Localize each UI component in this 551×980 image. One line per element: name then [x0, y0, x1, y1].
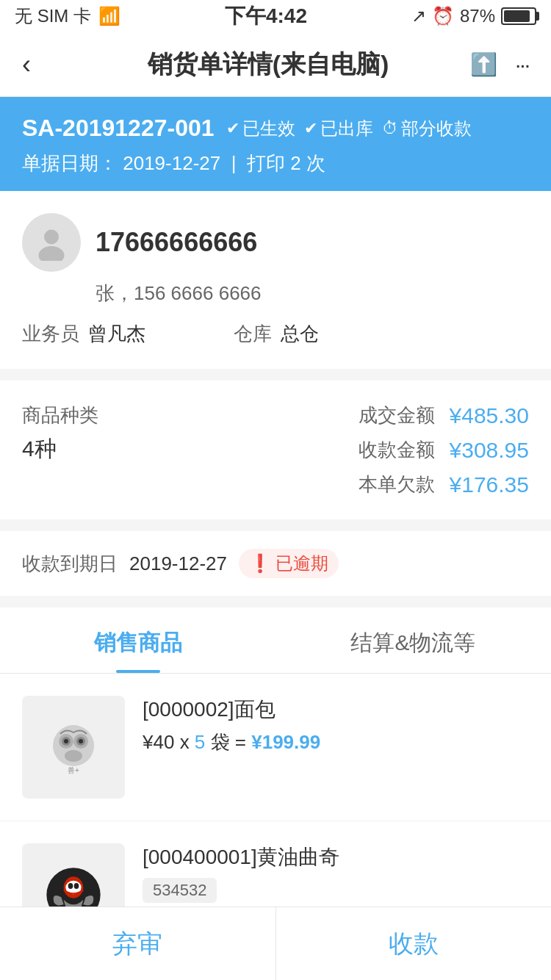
battery-fill [504, 10, 530, 22]
wifi-icon: 📶 [98, 6, 120, 26]
bottom-bar: 弃审 收款 [0, 907, 551, 980]
tab-products[interactable]: 销售商品 [0, 608, 276, 673]
date-line: 单据日期： 2019-12-27 | 打印 2 次 [22, 151, 529, 176]
badge-partial: ⏱ 部分收款 [382, 117, 472, 140]
check-icon-2: ✔ [304, 119, 317, 138]
badge-active: ✔ 已生效 [226, 117, 295, 140]
customer-name: 17666666666 [96, 227, 257, 258]
status-right: ↗ ⏰ 87% [411, 6, 536, 26]
warehouse-meta: 仓库 总仓 [234, 321, 319, 347]
svg-point-8 [79, 739, 83, 743]
location-icon: ↗ [411, 6, 426, 26]
clock-icon: ⏱ [382, 119, 398, 138]
share-icon[interactable]: ⬆️ [470, 51, 497, 77]
product-info-1: [0000002]面包 ¥40 x 5 袋 = ¥199.99 [143, 696, 529, 799]
tab-settlement[interactable]: 结算&物流等 [276, 608, 551, 673]
warehouse-label: 仓库 [234, 321, 272, 347]
battery-icon [501, 7, 536, 25]
check-icon-1: ✔ [226, 119, 240, 138]
warehouse-value: 总仓 [281, 321, 319, 347]
product-name-2: [000400001]黄油曲奇 [143, 843, 529, 871]
amount-label: 成交金额 [359, 403, 435, 428]
product-name-1: [0000002]面包 [143, 696, 529, 724]
order-number: SA-20191227-001 [22, 115, 215, 142]
status-left: 无 SIM 卡 📶 [15, 4, 120, 28]
received-row: 收款金额 ¥308.95 [359, 437, 529, 463]
back-button[interactable]: ‹ [22, 49, 66, 80]
debt-label: 本单欠款 [359, 472, 435, 497]
salesperson-meta: 业务员 曾凡杰 [22, 321, 145, 347]
badge-shipped: ✔ 已出库 [304, 117, 373, 140]
salesperson-value: 曾凡杰 [88, 321, 145, 347]
customer-section: 17666666666 张，156 6666 6666 业务员 曾凡杰 仓库 总… [0, 191, 551, 369]
svg-point-9 [65, 750, 82, 762]
nav-actions: ⬆️ ··· [470, 51, 529, 77]
product-thumb-1: 兽+ [22, 696, 125, 799]
svg-point-15 [74, 883, 79, 889]
stats-left: 商品种类 4种 [22, 403, 98, 464]
svg-point-14 [68, 883, 73, 889]
category-value: 4种 [22, 434, 98, 464]
product-price-1: ¥40 x 5 袋 = ¥199.99 [143, 729, 529, 755]
confirm-button[interactable]: 收款 [276, 907, 552, 980]
carrier-label: 无 SIM 卡 [15, 4, 91, 28]
overdue-badge: ❗ 已逾期 [239, 549, 339, 578]
status-bar: 无 SIM 卡 📶 下午4:42 ↗ ⏰ 87% [0, 0, 551, 32]
order-row: SA-20191227-001 ✔ 已生效 ✔ 已出库 ⏱ 部分收款 [22, 115, 529, 142]
svg-point-1 [39, 246, 65, 261]
alarm-icon: ⏰ [432, 6, 454, 26]
overdue-icon: ❗ [249, 553, 271, 574]
header-banner: SA-20191227-001 ✔ 已生效 ✔ 已出库 ⏱ 部分收款 单据日期：… [0, 97, 551, 191]
due-section: 收款到期日 2019-12-27 ❗ 已逾期 [0, 531, 551, 596]
received-label: 收款金额 [359, 437, 435, 463]
status-badges: ✔ 已生效 ✔ 已出库 ⏱ 部分收款 [226, 117, 472, 140]
svg-point-7 [64, 739, 68, 743]
overdue-text: 已逾期 [276, 552, 328, 575]
page-title: 销货单详情(来自电脑) [148, 48, 389, 82]
amount-value: ¥485.30 [450, 403, 529, 428]
status-time: 下午4:42 [225, 2, 307, 30]
amount-row: 成交金额 ¥485.30 [359, 403, 529, 428]
due-date: 2019-12-27 [129, 552, 227, 575]
due-label: 收款到期日 [22, 551, 118, 577]
more-icon[interactable]: ··· [515, 52, 529, 77]
battery-percent: 87% [460, 6, 495, 26]
avatar [22, 213, 81, 272]
category-label: 商品种类 [22, 403, 98, 428]
debt-row: 本单欠款 ¥176.35 [359, 472, 529, 497]
salesperson-label: 业务员 [22, 321, 79, 347]
received-value: ¥308.95 [450, 438, 529, 463]
customer-row: 17666666666 [22, 213, 529, 272]
cancel-button[interactable]: 弃审 [0, 907, 276, 980]
customer-meta: 业务员 曾凡杰 仓库 总仓 [22, 321, 529, 347]
product-item: 兽+ [0000002]面包 ¥40 x 5 袋 = ¥199.99 [0, 674, 551, 821]
debt-value: ¥176.35 [450, 472, 529, 497]
tabs: 销售商品 结算&物流等 [0, 608, 551, 674]
svg-point-0 [44, 230, 59, 245]
stats-right: 成交金额 ¥485.30 收款金额 ¥308.95 本单欠款 ¥176.35 [359, 403, 529, 497]
stats-section: 商品种类 4种 成交金额 ¥485.30 收款金额 ¥308.95 本单欠款 ¥… [0, 381, 551, 519]
svg-text:兽+: 兽+ [68, 766, 79, 774]
nav-bar: ‹ 销货单详情(来自电脑) ⬆️ ··· [0, 32, 551, 97]
customer-sub: 张，156 6666 6666 [22, 281, 529, 306]
